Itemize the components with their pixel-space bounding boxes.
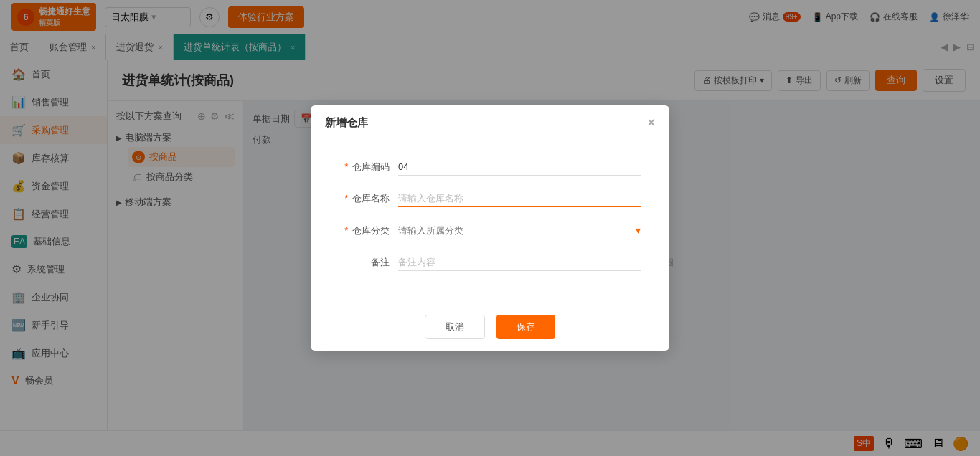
category-label: * 仓库分类 bbox=[339, 224, 390, 237]
dialog-close-btn[interactable]: × bbox=[647, 115, 655, 130]
category-arrow: ▾ bbox=[636, 224, 641, 236]
code-required: * bbox=[344, 161, 348, 172]
remark-input[interactable] bbox=[398, 254, 641, 271]
name-label: * 仓库名称 bbox=[339, 192, 390, 205]
form-row-remark: 备注 bbox=[339, 254, 641, 271]
code-input[interactable] bbox=[398, 158, 641, 176]
dialog-header: 新增仓库 × bbox=[311, 105, 669, 141]
modal-overlay[interactable]: 新增仓库 × * 仓库编码 * 仓库名称 bbox=[0, 0, 980, 456]
name-required: * bbox=[344, 193, 348, 204]
form-row-category: * 仓库分类 ▾ bbox=[339, 222, 641, 239]
dialog-footer: 取消 保存 bbox=[311, 303, 669, 351]
form-row-code: * 仓库编码 bbox=[339, 158, 641, 176]
category-input[interactable] bbox=[398, 225, 636, 236]
category-select[interactable]: ▾ bbox=[398, 222, 641, 239]
remark-label: 备注 bbox=[339, 256, 390, 269]
name-input[interactable] bbox=[398, 190, 641, 207]
dialog-title: 新增仓库 bbox=[325, 116, 368, 130]
save-button[interactable]: 保存 bbox=[496, 315, 555, 339]
form-row-name: * 仓库名称 bbox=[339, 190, 641, 207]
dialog-body: * 仓库编码 * 仓库名称 * 仓库分类 bbox=[311, 141, 669, 303]
code-label: * 仓库编码 bbox=[339, 161, 390, 174]
dialog-new-warehouse: 新增仓库 × * 仓库编码 * 仓库名称 bbox=[311, 105, 669, 351]
cancel-button[interactable]: 取消 bbox=[425, 315, 485, 339]
category-required: * bbox=[344, 225, 348, 236]
